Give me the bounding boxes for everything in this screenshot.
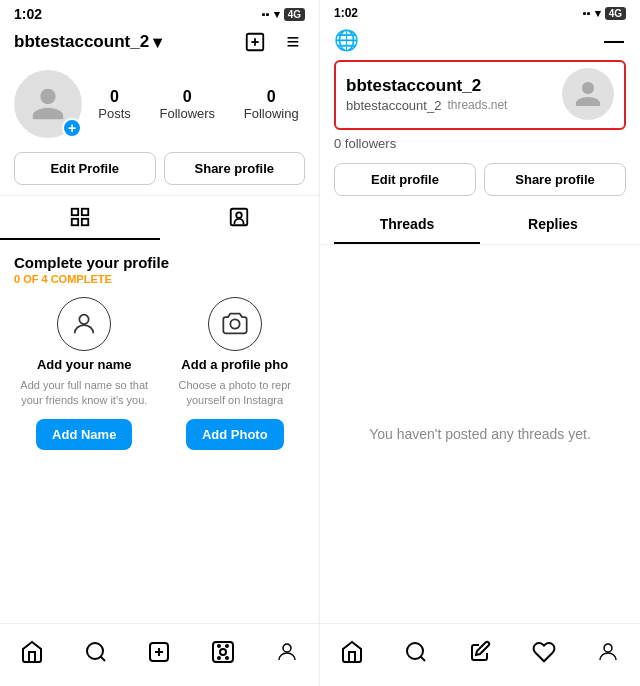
right-nav-profile-button[interactable] [590,634,626,670]
svg-point-17 [220,649,226,655]
signal-icon: ▪▪ [583,7,591,19]
profile-stats: 0 Posts 0 Followers 0 Following [92,88,305,121]
highlight-username: bbtestaccount_2 [346,76,507,96]
menu-button[interactable]: ≡ [281,30,305,54]
right-status-icons: ▪▪ ▾ 4G [583,7,626,20]
right-panel: 1:02 ▪▪ ▾ 4G 🌐 — bbtestaccount_2 bbtesta… [320,0,640,686]
followers-label: Followers [159,106,215,121]
svg-line-12 [100,657,104,661]
add-post-button[interactable] [243,30,267,54]
svg-point-20 [218,657,220,659]
profile-section: + 0 Posts 0 Followers 0 Following [0,62,319,148]
signal-icon: ▪▪ [262,8,270,20]
following-label: Following [244,106,299,121]
right-nav-home-button[interactable] [334,634,370,670]
wifi-icon: ▾ [274,8,280,21]
battery-icon: 4G [284,8,305,21]
svg-point-25 [604,644,612,652]
followers-count: 0 [183,88,192,106]
svg-point-23 [407,643,423,659]
followers-count-text: 0 followers [320,134,640,159]
empty-threads-message: You haven't posted any threads yet. [320,245,640,623]
svg-point-22 [283,644,291,652]
profile-highlight-box: bbtestaccount_2 bbtestaccount_2 threads.… [334,60,626,130]
svg-line-24 [421,657,425,661]
right-time: 1:02 [334,6,358,20]
chevron-down-icon: ▾ [153,32,162,53]
add-name-card: Add your name Add your full name so that… [14,297,155,450]
right-edit-profile-button[interactable]: Edit profile [334,163,476,196]
right-nav-compose-button[interactable] [462,634,498,670]
left-bottom-nav [0,623,319,686]
svg-rect-6 [82,219,88,225]
add-photo-button[interactable]: Add Photo [186,419,284,450]
add-name-desc: Add your full name so that your friends … [14,378,155,409]
threads-tab[interactable]: Threads [334,206,480,244]
camera-icon [208,297,262,351]
followers-stat[interactable]: 0 Followers [159,88,215,121]
posts-stat: 0 Posts [98,88,131,121]
globe-button[interactable]: 🌐 [334,28,358,52]
battery-icon: 4G [605,7,626,20]
svg-point-21 [226,657,228,659]
svg-rect-16 [213,642,233,662]
nav-profile-button[interactable] [269,634,305,670]
svg-rect-4 [82,209,88,215]
svg-point-9 [80,315,89,324]
right-avatar [562,68,614,120]
svg-point-11 [87,643,103,659]
right-content-tabs: Threads Replies [320,206,640,245]
posts-label: Posts [98,106,131,121]
following-stat[interactable]: 0 Following [244,88,299,121]
left-time: 1:02 [14,6,42,22]
account-name-nav[interactable]: bbtestaccount_2 ▾ [14,32,162,53]
add-name-button[interactable]: Add Name [36,419,132,450]
nav-add-button[interactable] [141,634,177,670]
nav-search-button[interactable] [78,634,114,670]
highlight-link: threads.net [447,98,507,112]
share-profile-button[interactable]: Share profile [164,152,306,185]
right-share-profile-button[interactable]: Share profile [484,163,626,196]
add-photo-desc: Choose a photo to repr yourself on Insta… [165,378,306,409]
right-bottom-nav [320,623,640,686]
left-top-nav: bbtestaccount_2 ▾ ≡ [0,26,319,62]
replies-tab[interactable]: Replies [480,206,626,244]
left-status-bar: 1:02 ▪▪ ▾ 4G [0,0,319,26]
right-status-bar: 1:02 ▪▪ ▾ 4G [320,0,640,24]
complete-cards: Add your name Add your full name so that… [14,297,305,450]
svg-point-10 [230,319,239,328]
complete-title: Complete your profile [14,254,305,271]
right-top-nav: 🌐 — [320,24,640,60]
account-username: bbtestaccount_2 [14,32,149,52]
person-icon [57,297,111,351]
nav-icons: ≡ [243,30,305,54]
nav-reels-button[interactable] [205,634,241,670]
following-count: 0 [267,88,276,106]
content-tabs [0,195,319,240]
edit-profile-button[interactable]: Edit Profile [14,152,156,185]
svg-point-19 [226,645,228,647]
avatar-wrap: + [14,70,82,138]
grid-tab[interactable] [0,196,160,240]
nav-home-button[interactable] [14,634,50,670]
svg-rect-3 [72,209,78,215]
right-nav-likes-button[interactable] [526,634,562,670]
right-menu-button[interactable]: — [602,28,626,52]
highlight-handle: bbtestaccount_2 [346,98,441,113]
action-buttons: Edit Profile Share profile [0,148,319,195]
tagged-tab[interactable] [160,196,320,240]
svg-point-18 [218,645,220,647]
add-photo-title: Add a profile pho [181,357,288,372]
posts-count: 0 [110,88,119,106]
svg-rect-5 [72,219,78,225]
add-name-title: Add your name [37,357,132,372]
add-photo-card: Add a profile pho Choose a photo to repr… [165,297,306,450]
complete-profile-section: Complete your profile 0 OF 4 COMPLETE Ad… [0,240,319,464]
wifi-icon: ▾ [595,7,601,20]
left-status-icons: ▪▪ ▾ 4G [262,8,305,21]
right-action-buttons: Edit profile Share profile [320,159,640,206]
svg-point-8 [237,212,243,218]
right-nav-search-button[interactable] [398,634,434,670]
add-photo-button[interactable]: + [62,118,82,138]
left-panel: 1:02 ▪▪ ▾ 4G bbtestaccount_2 ▾ ≡ [0,0,320,686]
